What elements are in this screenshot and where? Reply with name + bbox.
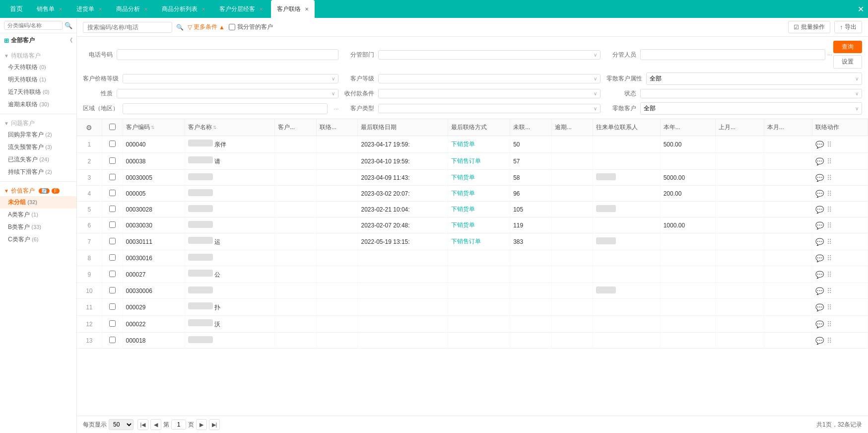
contact-icon[interactable]: 💬	[815, 174, 824, 182]
row-checkbox-5[interactable]	[109, 221, 116, 228]
nav-tab-customer-tier[interactable]: 客户分层经客 ✕	[213, 0, 269, 18]
contact-icon[interactable]: 💬	[815, 238, 824, 246]
contact-icon[interactable]: 💬	[815, 271, 824, 279]
more-actions-icon[interactable]: ⠿	[827, 190, 832, 198]
row-checkbox-1[interactable]	[109, 157, 116, 164]
sidebar-group-value-title[interactable]: ▼ 价值客户 🔄 F	[0, 185, 76, 196]
filter-phone-input[interactable]	[117, 49, 338, 60]
filter-price-level-select[interactable]: ∨	[123, 74, 338, 83]
contact-icon[interactable]: 💬	[815, 141, 824, 148]
sidebar-search-icon[interactable]: 🔍	[65, 22, 72, 29]
sidebar-item-tomorrow[interactable]: 明天待联络 (1)	[0, 73, 76, 86]
row-checkbox-10[interactable]	[109, 303, 116, 310]
more-actions-icon[interactable]: ⠿	[827, 174, 832, 182]
nav-tab-purchase[interactable]: 进货单 ✕	[70, 0, 108, 18]
close-tab-analysis-icon[interactable]: ✕	[144, 6, 148, 12]
next-page-button[interactable]: ▶	[196, 419, 207, 430]
name-sort-icon[interactable]: ⇅	[213, 125, 217, 130]
check-all-checkbox[interactable]	[109, 124, 116, 130]
row-method-link[interactable]: 下销货单	[451, 190, 475, 197]
close-tab-analysis-list-icon[interactable]: ✕	[201, 6, 205, 12]
sidebar-item-today[interactable]: 今天待联络 (0)	[0, 61, 76, 73]
prev-page-button[interactable]: ◀	[150, 419, 161, 430]
row-checkbox-11[interactable]	[109, 320, 116, 327]
code-sort-icon[interactable]: ⇅	[151, 125, 155, 130]
row-method-link[interactable]: 下销货单	[451, 174, 475, 181]
close-tab-customer-contact-icon[interactable]: ✕	[305, 6, 309, 12]
filter-status-select[interactable]: ∨	[640, 89, 862, 98]
row-checkbox-4[interactable]	[109, 206, 116, 212]
filter-customer-level-select[interactable]: ∨	[378, 74, 600, 83]
sidebar-item-ungroup[interactable]: 未分组 (32)	[0, 196, 76, 209]
close-tab-customer-tier-icon[interactable]: ✕	[259, 6, 263, 12]
contact-icon[interactable]: 💬	[815, 320, 824, 328]
sidebar-item-c-class[interactable]: C类客户 (6)	[0, 233, 76, 246]
more-actions-icon[interactable]: ⠿	[827, 303, 832, 311]
contact-icon[interactable]: 💬	[815, 303, 824, 311]
filter-more-conditions[interactable]: ▽ 更多条件 ▲	[188, 23, 225, 31]
row-method-link[interactable]: 下销售订单	[451, 157, 481, 164]
contact-icon[interactable]: 💬	[815, 190, 824, 198]
close-tab-purchase-icon[interactable]: ✕	[98, 6, 102, 12]
filter-payment-select[interactable]: ∨	[378, 89, 600, 98]
row-checkbox-7[interactable]	[109, 254, 116, 261]
page-number-input[interactable]	[171, 420, 186, 430]
filter-retail-customer-select[interactable]: 全部 ∨	[640, 102, 862, 115]
filter-retail-attr-select[interactable]: 全部 ∨	[646, 72, 862, 85]
reset-button[interactable]: 设置	[833, 55, 862, 69]
person-more-icon[interactable]: ···	[827, 51, 832, 58]
filter-search-button[interactable]: 🔍	[176, 24, 184, 31]
sidebar-item-abnormal[interactable]: 回购异常客户 (2)	[0, 129, 76, 141]
row-checkbox-2[interactable]	[109, 174, 116, 180]
more-actions-icon[interactable]: ⠿	[827, 271, 832, 279]
more-actions-icon[interactable]: ⠿	[827, 157, 832, 165]
nav-home[interactable]: 首页	[4, 0, 29, 18]
export-button[interactable]: ↑ 导出	[834, 21, 862, 33]
contact-icon[interactable]: 💬	[815, 157, 824, 165]
sidebar-all-customers[interactable]: ⊞ 全部客户 《	[0, 33, 76, 48]
contact-icon[interactable]: 💬	[815, 221, 824, 229]
row-method-link[interactable]: 下销货单	[451, 141, 475, 147]
filter-nature-select[interactable]: ∨	[117, 89, 338, 98]
sidebar-item-churn-warning[interactable]: 流失预警客户 (3)	[0, 141, 76, 153]
more-actions-icon[interactable]: ⠿	[827, 221, 832, 229]
row-method-link[interactable]: 下销货单	[451, 206, 475, 213]
filter-person-input[interactable]	[640, 49, 825, 60]
nav-tab-sales[interactable]: 销售单 ✕	[31, 0, 68, 18]
contact-icon[interactable]: 💬	[815, 254, 824, 262]
sidebar-search-input[interactable]	[4, 21, 63, 30]
more-actions-icon[interactable]: ⠿	[827, 141, 832, 148]
more-actions-icon[interactable]: ⠿	[827, 254, 832, 262]
filter-region-input[interactable]	[123, 103, 328, 114]
query-button[interactable]: 查询	[833, 41, 862, 53]
last-page-button[interactable]: ▶|	[209, 419, 220, 430]
contact-icon[interactable]: 💬	[815, 337, 824, 345]
row-method-link[interactable]: 下销售订单	[451, 238, 481, 245]
first-page-button[interactable]: |◀	[137, 419, 148, 430]
sidebar-item-a-class[interactable]: A类客户 (1)	[0, 209, 76, 221]
more-actions-icon[interactable]: ⠿	[827, 320, 832, 328]
sidebar-collapse-icon[interactable]: 《	[67, 37, 72, 44]
filter-customer-type-select[interactable]: ∨	[378, 104, 600, 113]
more-actions-icon[interactable]: ⠿	[827, 287, 832, 295]
region-more-icon[interactable]: ···	[334, 105, 338, 112]
batch-ops-button[interactable]: ☑ 批量操作	[788, 21, 830, 33]
more-actions-icon[interactable]: ⠿	[827, 238, 832, 246]
close-tab-sales-icon[interactable]: ✕	[59, 6, 63, 12]
sidebar-item-overdue[interactable]: 逾期未联络 (30)	[0, 98, 76, 111]
sidebar-group-pending-title[interactable]: ▼ 待联络客户	[0, 50, 76, 61]
column-settings-icon[interactable]: ⚙	[86, 124, 92, 132]
row-checkbox-8[interactable]	[109, 271, 116, 277]
nav-tab-analysis-list[interactable]: 商品分析列表 ✕	[156, 0, 211, 18]
row-checkbox-0[interactable]	[109, 141, 116, 147]
more-actions-icon[interactable]: ⠿	[827, 337, 832, 345]
window-close-icon[interactable]: ✕	[858, 4, 864, 14]
row-checkbox-6[interactable]	[109, 238, 116, 244]
my-customers-check[interactable]	[229, 24, 235, 30]
sidebar-item-lost[interactable]: 已流失客户 (24)	[0, 153, 76, 166]
filter-dept-select[interactable]: ∨	[378, 50, 600, 60]
sidebar-item-b-class[interactable]: B类客户 (33)	[0, 221, 76, 233]
more-actions-icon[interactable]: ⠿	[827, 206, 832, 214]
filter-my-customers-checkbox[interactable]: 我分管的客户	[229, 23, 273, 31]
sidebar-group-problem-title[interactable]: ▼ 问题客户	[0, 117, 76, 129]
